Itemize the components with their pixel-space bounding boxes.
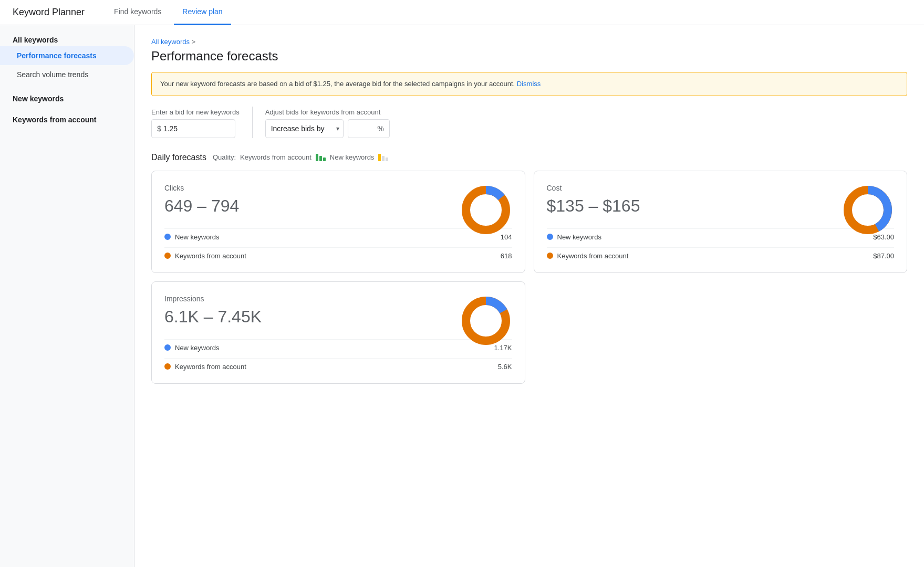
empty-card-placeholder xyxy=(534,281,908,384)
quality-legend: Quality: Keywords from account New keywo… xyxy=(213,153,388,161)
sidebar-section-all-keywords[interactable]: All keywords xyxy=(0,29,134,46)
cost-legend-text-new: New keywords xyxy=(557,233,602,241)
clicks-legend-text-account: Keywords from account xyxy=(175,252,246,260)
bar-green-1 xyxy=(316,154,318,161)
breadcrumb-separator: > xyxy=(192,38,196,46)
bid-new-keywords-group: Enter a bid for new keywords $ xyxy=(151,108,240,138)
bid-currency-symbol: $ xyxy=(157,124,161,133)
clicks-legend-text-new: New keywords xyxy=(175,233,220,241)
banner-text: Your new keyword forecasts are based on … xyxy=(160,80,515,88)
impressions-dot-account xyxy=(164,363,171,370)
main-content: All keywords > Performance forecasts You… xyxy=(134,25,924,567)
cost-dot-account xyxy=(547,253,553,259)
cost-legend-row-account: Keywords from account $87.00 xyxy=(547,247,895,260)
from-account-legend-label: Keywords from account xyxy=(240,153,312,161)
sidebar-item-performance-forecasts[interactable]: Performance forecasts xyxy=(0,46,134,65)
banner-dismiss-link[interactable]: Dismiss xyxy=(517,80,541,88)
bar-gray-2 xyxy=(382,156,385,161)
bid-adjust-group: Adjust bids for keywords from account In… xyxy=(265,108,390,138)
app-title: Keyword Planner xyxy=(13,7,85,18)
clicks-dot-account xyxy=(164,253,171,259)
breadcrumb: All keywords > xyxy=(151,38,907,46)
cost-legend-value-account: $87.00 xyxy=(873,252,894,260)
clicks-legend-left-new: New keywords xyxy=(164,233,220,241)
cost-legend-text-account: Keywords from account xyxy=(557,252,629,260)
sidebar-section-keywords-from-account[interactable]: Keywords from account xyxy=(0,109,134,126)
pct-sign: % xyxy=(377,124,383,133)
impressions-dot-new xyxy=(164,344,171,351)
bid-pct-input[interactable] xyxy=(354,124,378,133)
bar-gray-3 xyxy=(386,158,388,161)
impressions-legend-text-account: Keywords from account xyxy=(175,363,246,371)
page-title: Performance forecasts xyxy=(151,49,907,64)
impressions-legend-value-account: 5.6K xyxy=(498,363,512,371)
info-banner: Your new keyword forecasts are based on … xyxy=(151,72,907,96)
bid-new-keywords-input[interactable] xyxy=(163,124,230,133)
bid-adjust-select[interactable]: Increase bids by Decrease bids by Set bi… xyxy=(265,119,344,138)
sidebar: All keywords Performance forecasts Searc… xyxy=(0,25,134,567)
cost-dot-new xyxy=(547,234,553,240)
cost-donut-svg xyxy=(842,184,894,236)
clicks-donut-svg xyxy=(460,184,512,236)
bid-adjust-label: Adjust bids for keywords from account xyxy=(265,108,390,116)
bid-controls: Enter a bid for new keywords $ Adjust bi… xyxy=(151,107,907,138)
impressions-donut-wrap xyxy=(460,295,512,349)
sidebar-item-search-volume-trends[interactable]: Search volume trends xyxy=(0,65,134,84)
bid-new-keywords-label: Enter a bid for new keywords xyxy=(151,108,240,116)
forecast-cards-row1: Clicks 649 – 794 New keywords xyxy=(151,171,907,273)
cost-donut-wrap xyxy=(842,184,894,238)
breadcrumb-parent[interactable]: All keywords xyxy=(151,38,190,46)
clicks-legend-row-account: Keywords from account 618 xyxy=(164,247,512,260)
daily-forecasts-title: Daily forecasts Quality: Keywords from a… xyxy=(151,153,907,162)
bar-green-2 xyxy=(319,156,322,161)
svg-point-2 xyxy=(471,195,501,225)
impressions-legend-text-new: New keywords xyxy=(175,344,220,352)
new-keywords-legend-bars xyxy=(378,154,388,161)
cost-legend-left-new: New keywords xyxy=(547,233,602,241)
bar-green-3 xyxy=(323,158,326,161)
clicks-donut-wrap xyxy=(460,184,512,238)
clicks-card: Clicks 649 – 794 New keywords xyxy=(151,171,525,273)
from-account-legend-bars xyxy=(316,154,326,161)
svg-point-8 xyxy=(471,306,501,335)
impressions-legend-left-new: New keywords xyxy=(164,344,220,352)
tab-review-plan[interactable]: Review plan xyxy=(174,0,231,25)
clicks-dot-new xyxy=(164,234,171,240)
bar-yellow-1 xyxy=(378,154,381,161)
bid-divider xyxy=(252,107,253,138)
bid-adjust-row: Increase bids by Decrease bids by Set bi… xyxy=(265,119,390,138)
daily-forecasts-label: Daily forecasts xyxy=(151,153,206,162)
forecast-cards-row2: Impressions 6.1K – 7.45K New keywords xyxy=(151,281,907,384)
tab-find-keywords[interactable]: Find keywords xyxy=(106,0,170,25)
bid-input-wrap: $ xyxy=(151,119,235,138)
bid-adjust-select-wrap: Increase bids by Decrease bids by Set bi… xyxy=(265,119,344,138)
svg-point-5 xyxy=(853,195,883,225)
impressions-legend-row-account: Keywords from account 5.6K xyxy=(164,358,512,371)
new-keywords-legend-label: New keywords xyxy=(330,153,375,161)
impressions-card: Impressions 6.1K – 7.45K New keywords xyxy=(151,281,525,384)
quality-label: Quality: xyxy=(213,153,236,161)
bid-pct-input-wrap: % xyxy=(348,119,390,138)
nav-tabs: Find keywords Review plan xyxy=(106,0,231,25)
cost-legend-left-account: Keywords from account xyxy=(547,252,629,260)
cost-card: Cost $135 – $165 New keywords xyxy=(534,171,908,273)
impressions-donut-svg xyxy=(460,295,512,347)
clicks-legend-left-account: Keywords from account xyxy=(164,252,246,260)
sidebar-section-new-keywords[interactable]: New keywords xyxy=(0,88,134,105)
impressions-legend-left-account: Keywords from account xyxy=(164,363,246,371)
top-nav: Keyword Planner Find keywords Review pla… xyxy=(0,0,924,25)
clicks-legend-value-account: 618 xyxy=(501,252,512,260)
